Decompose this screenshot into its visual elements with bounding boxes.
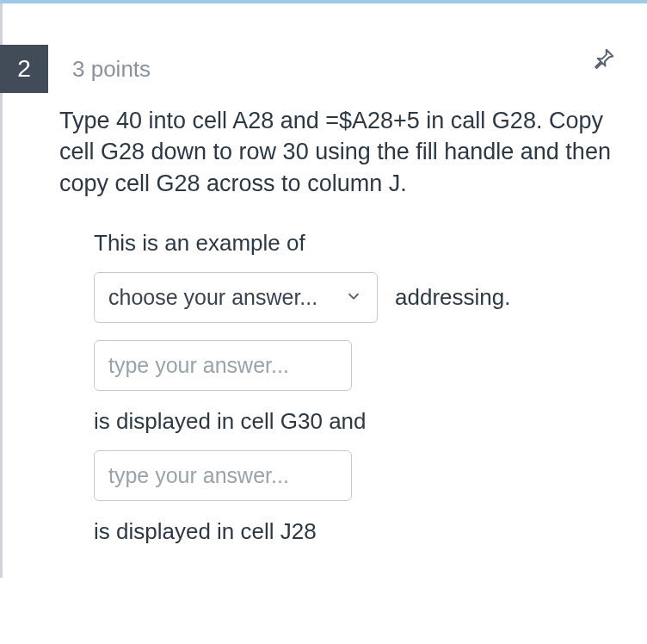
dropdown-suffix-text: addressing. — [395, 284, 510, 311]
answer-dropdown[interactable]: choose your answer... — [94, 272, 378, 323]
input1-row — [94, 340, 616, 391]
dropdown-placeholder-text: choose your answer... — [108, 285, 317, 310]
question-number-badge: 2 — [0, 45, 48, 93]
dropdown-row: choose your answer... addressing. — [94, 272, 616, 323]
question-text: Type 40 into cell A28 and =$A28+5 in cal… — [59, 105, 616, 199]
question-header: 2 3 points — [3, 3, 647, 93]
answer-input-1[interactable] — [94, 340, 352, 391]
intro-text: This is an example of — [94, 230, 616, 257]
pin-icon[interactable] — [590, 46, 616, 76]
answer-area: This is an example of choose your answer… — [59, 199, 616, 545]
chevron-down-icon — [344, 287, 363, 309]
mid-text-2: is displayed in cell J28 — [94, 518, 616, 545]
input2-row — [94, 450, 616, 501]
points-label: 3 points — [72, 56, 151, 83]
question-body: Type 40 into cell A28 and =$A28+5 in cal… — [3, 93, 647, 545]
answer-input-2[interactable] — [94, 450, 352, 501]
question-number-text: 2 — [17, 55, 31, 83]
question-container: 2 3 points Type 40 into cell A28 and =$A… — [0, 3, 647, 578]
mid-text-1: is displayed in cell G30 and — [94, 408, 616, 435]
